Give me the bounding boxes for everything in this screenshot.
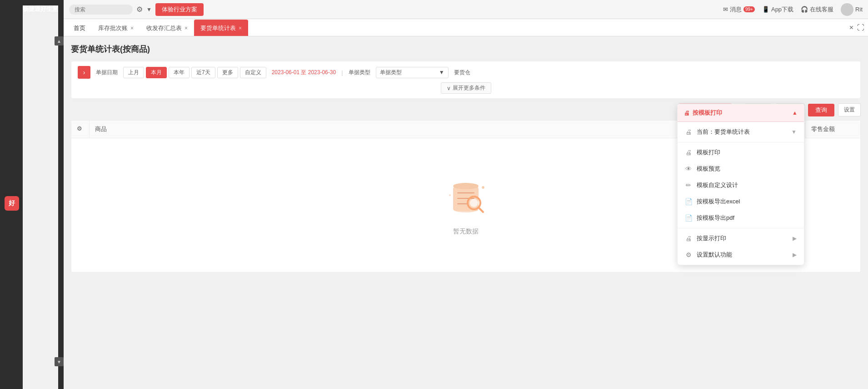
template-excel-icon: 📄	[685, 198, 692, 205]
dropdown-item-template-custom[interactable]: ✏ 模板自定义设计	[678, 177, 804, 193]
empty-text: 暂无数据	[453, 227, 479, 236]
filter-btn-last-month[interactable]: 上月	[123, 67, 144, 78]
logo-text: 畅捷通好生意 标准版	[23, 5, 58, 389]
type-select-placeholder: 单据类型	[380, 69, 402, 76]
service-icon: 🎧	[801, 6, 808, 13]
display-print-left: 🖨 按显示打印	[685, 234, 726, 242]
sidebar-scroll-down-btn[interactable]: ▼	[55, 357, 64, 366]
dropdown-item-template-print[interactable]: 🖨 模板打印	[678, 144, 804, 161]
avatar	[841, 3, 853, 16]
type-select-chevron-icon: ▼	[439, 69, 444, 76]
settings-button[interactable]: 设置	[838, 103, 861, 116]
tab-revenue-summary[interactable]: 收发存汇总表 ×	[140, 20, 194, 36]
svg-point-2	[453, 183, 479, 189]
tab-order-stats[interactable]: 要货单统计表 ×	[194, 20, 248, 36]
dropdown-item-display-print[interactable]: 🖨 按显示打印 ▶	[678, 230, 804, 247]
tab-home-label: 首页	[74, 24, 85, 32]
template-custom-label: 模板自定义设计	[697, 181, 738, 189]
current-template-icon: 🖨	[685, 128, 692, 136]
search-input[interactable]	[69, 5, 133, 15]
messages-item[interactable]: ✉ 消息 99+	[723, 5, 755, 14]
expand-row: ∨ 展开更多条件	[78, 82, 854, 94]
page-content: 要货单统计表(按商品) › 单据日期 上月 本月 本年 近7天 更多 自定义 2…	[64, 36, 868, 389]
topbar-right: ✉ 消息 99+ 📱 App下载 🎧 在线客服 Rit	[723, 3, 863, 16]
date-range-display: 2023-06-01 至 2023-06-30	[272, 69, 336, 76]
require-filter-label: 要货仓	[454, 69, 470, 76]
dropdown-header-controls: ▲	[792, 110, 798, 116]
chevron-right-icon: ›	[83, 69, 85, 76]
dropdown-main-section: 🖨 模板打印 👁 模板预览 ✏ 模板自定义设计 📄 按模板导出excel 📄	[678, 142, 804, 228]
empty-illustration	[443, 175, 489, 220]
main-area: ⚙ ▼ 体验行业方案 ✉ 消息 99+ 📱 App下载 🎧 在线客服 Rit	[64, 0, 868, 389]
tabs-bar: 首页 库存批次账 × 收发存汇总表 × 要货单统计表 × × ⛶	[64, 19, 868, 36]
col-amount: 零售金额	[806, 121, 860, 138]
display-print-icon: 🖨	[685, 235, 692, 242]
dropdown-header: 🖨 按模板打印 ▲	[678, 104, 804, 122]
default-func-icon: ⚙	[685, 251, 692, 258]
maximize-window-btn[interactable]: ⛶	[857, 24, 864, 32]
sidebar: 好 畅捷通好生意 标准版 🔍 搜索菜单 ▲ ⚡ 快捷导航 📢 营销推广 💰 销售…	[0, 0, 64, 389]
filter-row: › 单据日期 上月 本月 本年 近7天 更多 自定义 2023-06-01 至 …	[78, 66, 854, 79]
dropdown-item-template-excel[interactable]: 📄 按模板导出excel	[678, 193, 804, 210]
filter-btn-this-month[interactable]: 本月	[146, 67, 167, 78]
template-preview-label: 模板预览	[697, 165, 720, 173]
logo-main-text: 畅捷通好生意	[23, 5, 58, 389]
filter-btn-this-year[interactable]: 本年	[169, 67, 190, 78]
current-template-chevron-icon: ▼	[791, 129, 797, 135]
current-template-item[interactable]: 🖨 当前：要货单统计表 ▼	[678, 124, 804, 140]
template-custom-icon: ✏	[685, 182, 692, 189]
svg-point-7	[470, 199, 478, 207]
date-filter-buttons: 上月 本月 本年 近7天 更多 自定义	[123, 67, 266, 78]
filter-btn-last-7-days[interactable]: 近7天	[191, 67, 215, 78]
expand-chevron-icon: ∨	[447, 85, 451, 91]
tab-revenue-summary-close[interactable]: ×	[185, 25, 188, 31]
online-service-item[interactable]: 🎧 在线客服	[801, 5, 833, 14]
sidebar-scroll-up-btn[interactable]: ▲	[55, 36, 64, 45]
svg-point-10	[449, 194, 451, 196]
close-window-btn[interactable]: ×	[849, 24, 853, 32]
message-icon: ✉	[723, 6, 728, 13]
col-goods: 商品	[90, 121, 715, 138]
default-func-left: ⚙ 设置默认功能	[685, 251, 732, 259]
svg-line-8	[479, 207, 483, 212]
user-item[interactable]: Rit	[841, 3, 863, 16]
app-download-item[interactable]: 📱 App下载	[762, 5, 793, 14]
current-template-left: 🖨 当前：要货单统计表	[685, 128, 750, 136]
print-dropdown-menu: 🖨 按模板打印 ▲ 🖨 当前：要货单统计表 ▼	[677, 104, 804, 265]
tab-batch-account[interactable]: 库存批次账 ×	[92, 20, 140, 36]
template-pdf-label: 按模板导出pdf	[697, 214, 734, 222]
topbar-chevron-icon[interactable]: ▼	[146, 6, 152, 13]
filter-btn-custom[interactable]: 自定义	[240, 67, 266, 78]
tabs-right: × ⛶	[849, 24, 864, 32]
download-icon: 📱	[762, 6, 769, 13]
sidebar-logo: 好 畅捷通好生意 标准版	[0, 0, 64, 389]
type-filter-select[interactable]: 单据类型 ▼	[376, 67, 449, 78]
dropdown-item-template-preview[interactable]: 👁 模板预览	[678, 161, 804, 177]
gear-icon[interactable]: ⚙	[136, 5, 143, 14]
tab-batch-account-close[interactable]: ×	[130, 25, 134, 31]
dropdown-item-template-pdf[interactable]: 📄 按模板导出pdf	[678, 210, 804, 226]
template-print-icon: 🖨	[685, 149, 692, 156]
dropdown-current-section: 🖨 当前：要货单统计表 ▼	[678, 122, 804, 142]
expand-conditions-btn[interactable]: ∨ 展开更多条件	[441, 82, 491, 94]
template-preview-icon: 👁	[685, 165, 692, 172]
online-service-label: 在线客服	[810, 5, 833, 14]
dropdown-item-default-func[interactable]: ⚙ 设置默认功能 ▶	[678, 247, 804, 263]
tab-home[interactable]: 首页	[67, 20, 92, 36]
dropdown-title-area: 🖨 按模板打印	[684, 109, 722, 117]
tab-batch-account-label: 库存批次账	[98, 24, 128, 32]
topbar-left: ⚙ ▼ 体验行业方案	[69, 3, 204, 16]
filter-btn-more[interactable]: 更多	[217, 67, 238, 78]
messages-badge: 99+	[743, 6, 755, 12]
tab-order-stats-label: 要货单统计表	[200, 24, 236, 32]
tab-revenue-summary-label: 收发存汇总表	[146, 24, 182, 32]
filter-expand-toggle[interactable]: ›	[78, 66, 90, 79]
tab-order-stats-close[interactable]: ×	[239, 25, 242, 31]
col-settings[interactable]: ⚙	[71, 121, 90, 138]
username-label: Rit	[855, 6, 863, 13]
filter-bar: › 单据日期 上月 本月 本年 近7天 更多 自定义 2023-06-01 至 …	[71, 61, 861, 99]
trial-button[interactable]: 体验行业方案	[155, 3, 204, 16]
query-button[interactable]: 查询	[808, 104, 834, 116]
dropdown-collapse-icon[interactable]: ▲	[792, 110, 798, 116]
messages-label: 消息	[730, 5, 742, 14]
